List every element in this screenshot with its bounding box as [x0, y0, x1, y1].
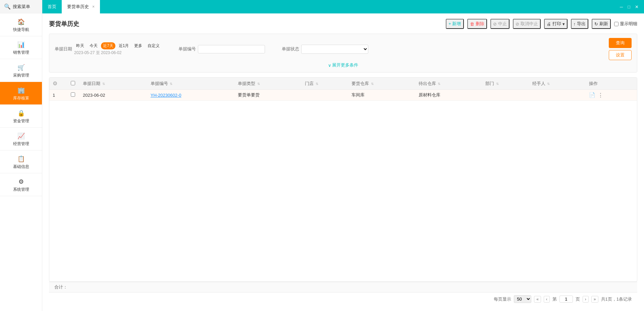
col-dept[interactable]: 部门 ⇅ [482, 78, 529, 90]
sales-label: 销售管理 [13, 50, 29, 55]
docno-input[interactable] [198, 45, 265, 53]
cell-date: 2023-06-02 [79, 90, 147, 101]
sidebar-item-purchase[interactable]: 🛒 采购管理 [0, 59, 42, 82]
print-button[interactable]: 🖨 打印 ▾ [544, 19, 568, 29]
sidebar-item-quick-nav[interactable]: 🏠 快捷导航 [0, 13, 42, 36]
expand-more[interactable]: ∨ 展开更多条件 [55, 62, 632, 68]
col-req-warehouse[interactable]: 要货仓库 ⇅ [348, 78, 415, 90]
data-table-wrap: ⚙ 单据日期 ⇅ 单据编号 ⇅ [49, 77, 637, 282]
col-date[interactable]: 单据日期 ⇅ [79, 78, 147, 90]
page-next-btn[interactable]: › [583, 296, 589, 303]
finance-label: 资金管理 [13, 118, 29, 124]
col-doctype-label: 单据类型 [238, 81, 255, 86]
cancel-icon: ⊘ [516, 21, 519, 27]
new-button[interactable]: + 新增 [446, 19, 464, 29]
docstatus-label: 单据状态 [282, 46, 299, 52]
sort-doctype-icon: ⇅ [257, 82, 260, 86]
delete-button[interactable]: 🗑 删除 [467, 19, 487, 29]
sort-docno-icon: ⇅ [170, 82, 172, 86]
stop-button[interactable]: ⊘ 中止 [490, 19, 509, 29]
print-dropdown-icon: ▾ [562, 21, 565, 27]
date-shortcut-近1月[interactable]: 近1月 [117, 42, 131, 49]
filter-actions: 查询 设置 [609, 38, 632, 60]
cell-checkbox [66, 90, 79, 101]
system-icon: ⚙ [18, 178, 24, 185]
print-icon: 🖨 [547, 21, 551, 27]
col-doctype[interactable]: 单据类型 ⇅ [234, 78, 302, 90]
docno-link[interactable]: YH-20230602-0 [151, 93, 181, 98]
cell-docno: YH-20230602-0 [147, 90, 235, 101]
delete-icon: 🗑 [470, 21, 474, 27]
page-prev-btn[interactable]: ‹ [544, 296, 550, 303]
col-handler[interactable]: 经手人 ⇅ [529, 78, 586, 90]
date-shortcut-昨天[interactable]: 昨天 [74, 42, 86, 49]
sidebar-item-system[interactable]: ⚙ 系统管理 [0, 173, 42, 196]
op-more-icon[interactable]: ⋮ [598, 92, 603, 98]
pagination-bar: 每页显示 50 100 200 « ‹ 第 页 › » 共1页，1条记录 [49, 292, 637, 306]
date-shortcut-自定义[interactable]: 自定义 [146, 42, 162, 49]
date-shortcuts: 昨天今天近7天近1月更多自定义 2023-05-27 至 2023-06-02 [74, 42, 162, 56]
sidebar-item-sales[interactable]: 📊 销售管理 [0, 36, 42, 59]
topbar-minimize[interactable]: ─ [620, 4, 623, 9]
tab-close-icon[interactable]: × [92, 4, 95, 9]
filter-bar: 单据日期 昨天今天近7天近1月更多自定义 2023-05-27 至 2023-0… [49, 34, 637, 73]
tab-active[interactable]: 要货单历史 × [62, 0, 100, 13]
per-page-select[interactable]: 50 100 200 [514, 295, 531, 303]
inventory-icon: 🏢 [17, 87, 25, 94]
sidebar-item-finance[interactable]: 🔒 资金管理 [0, 105, 42, 128]
select-all-checkbox[interactable] [71, 81, 75, 85]
cancel-stop-button[interactable]: ⊘ 取消中止 [513, 19, 541, 29]
operation-label: 经营管理 [13, 141, 29, 147]
table-row: 1 2023-06-02 YH-20230602-0 要货单要货 车间库 原材料… [49, 90, 637, 101]
filter-row: 单据日期 昨天今天近7天近1月更多自定义 2023-05-27 至 2023-0… [55, 38, 632, 60]
tab-home[interactable]: 首页 [42, 0, 62, 13]
row-checkbox[interactable] [71, 92, 75, 97]
col-checkbox-all [66, 78, 79, 90]
basic-label: 基础信息 [13, 164, 29, 170]
sidebar-search[interactable]: 🔍 搜索菜单 [0, 0, 42, 13]
col-shop-label: 门店 [305, 81, 314, 86]
table-header-row: ⚙ 单据日期 ⇅ 单据编号 ⇅ [49, 78, 637, 90]
setting-button[interactable]: 设置 [609, 50, 632, 60]
display-detail-checkbox[interactable]: 显示明细 [614, 21, 637, 27]
op-view-icon[interactable]: 📄 [589, 92, 595, 98]
col-shop[interactable]: 门店 ⇅ [302, 78, 348, 90]
display-detail-input[interactable] [614, 22, 619, 26]
refresh-icon: ↻ [594, 21, 598, 27]
page-title: 要货单历史 [49, 20, 79, 28]
sort-shop-icon: ⇅ [316, 82, 318, 86]
col-pending-warehouse[interactable]: 待出仓库 ⇅ [415, 78, 482, 90]
date-shortcut-今天[interactable]: 今天 [88, 42, 100, 49]
finance-icon: 🔒 [17, 109, 25, 117]
sidebar-item-operation[interactable]: 📈 经营管理 [0, 128, 42, 150]
expand-icon: ∨ [328, 63, 331, 68]
topbar: 首页 要货单历史 × ─ □ ✕ [42, 0, 644, 13]
export-button[interactable]: ↑ 导出 [571, 19, 589, 29]
topbar-close[interactable]: ✕ [635, 4, 639, 9]
cell-dept [482, 90, 529, 101]
col-pending-warehouse-label: 待出仓库 [419, 81, 436, 86]
docno-label: 单据编号 [178, 46, 196, 52]
quick-nav-icon: 🏠 [17, 18, 25, 26]
cell-op: 📄 ⋮ [586, 90, 637, 101]
cell-pending-warehouse: 原材料仓库 [415, 90, 482, 101]
cell-shop [302, 90, 348, 101]
topbar-right: ─ □ ✕ [620, 4, 644, 9]
page-last-btn[interactable]: » [591, 296, 598, 303]
per-page-label: 每页显示 [494, 296, 511, 302]
export-icon: ↑ [574, 21, 576, 27]
sidebar-item-basic[interactable]: 📋 基础信息 [0, 150, 42, 173]
query-button[interactable]: 查询 [609, 38, 632, 48]
page-first-btn[interactable]: « [534, 296, 541, 303]
page-title-bar: 要货单历史 + 新增 🗑 删除 ⊘ 中止 ⊘ 取消中止 🖨 打印 [49, 19, 637, 29]
date-shortcut-近7天[interactable]: 近7天 [101, 42, 115, 49]
settings-icon[interactable]: ⚙ [53, 81, 57, 86]
sidebar-item-inventory[interactable]: 🏢 库存核算 [0, 82, 42, 105]
refresh-button[interactable]: ↻ 刷新 [592, 19, 611, 29]
topbar-maximize[interactable]: □ [628, 4, 630, 9]
page-num-input[interactable] [559, 296, 573, 303]
docstatus-select[interactable] [301, 45, 368, 54]
cell-handler [529, 90, 586, 101]
date-shortcut-更多[interactable]: 更多 [132, 42, 144, 49]
col-docno[interactable]: 单据编号 ⇅ [147, 78, 235, 90]
